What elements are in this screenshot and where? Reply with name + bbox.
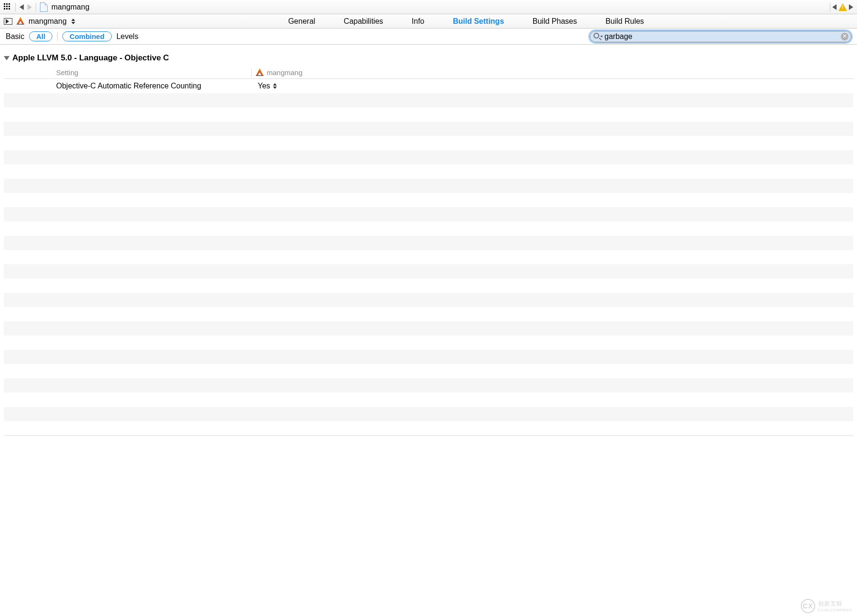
columns-header: Setting mangmang [4,67,853,79]
separator [36,3,36,11]
empty-row [4,421,853,435]
empty-row [4,193,853,207]
editor-tabs: General Capabilities Info Build Settings… [79,17,853,26]
filter-levels[interactable]: Levels [117,32,138,41]
clear-search-icon[interactable]: ✕ [841,33,848,40]
target-picker-icon[interactable] [71,19,75,24]
tab-info[interactable]: Info [412,17,425,26]
empty-row [4,150,853,164]
issues-prev-icon[interactable] [832,4,837,10]
breadcrumb-title[interactable]: mangmang [51,3,89,11]
empty-row [4,336,853,350]
empty-row [4,93,853,107]
empty-row [4,250,853,264]
setting-value[interactable]: Yes [251,82,277,90]
run-target-icon[interactable] [4,18,12,25]
separator [830,3,830,11]
filter-all[interactable]: All [29,31,52,41]
empty-row [4,378,853,393]
search-container: ✕ [590,31,851,42]
empty-row [4,221,853,236]
tabs-bar: mangmang General Capabilities Info Build… [0,14,857,29]
setting-row[interactable]: Objective-C Automatic Reference Counting… [4,79,853,93]
setting-name: Objective-C Automatic Reference Counting [4,82,251,90]
column-setting-label: Setting [4,68,251,77]
settings-rows: Objective-C Automatic Reference Counting… [4,79,853,436]
watermark-logo-icon: CX [801,599,815,613]
filter-combined[interactable]: Combined [62,31,111,41]
project-file-icon [40,2,48,12]
breadcrumb-bar: mangmang [0,0,857,14]
empty-row [4,179,853,193]
watermark-sub: CXHLCOMPANY [818,608,852,612]
empty-row [4,407,853,421]
target-name[interactable]: mangmang [29,17,67,26]
search-input[interactable] [590,31,851,42]
build-settings-content: Apple LLVM 5.0 - Language - Objective C … [0,45,857,436]
nav-back-icon[interactable] [19,4,24,10]
section-header[interactable]: Apple LLVM 5.0 - Language - Objective C [4,53,853,63]
section-title: Apple LLVM 5.0 - Language - Objective C [12,53,169,63]
empty-row [4,122,853,136]
empty-row [4,350,853,364]
column-target-label: mangmang [267,68,302,77]
separator [57,32,58,41]
search-menu-chevron-icon[interactable] [600,36,603,38]
nav-forward-icon[interactable] [28,4,32,10]
empty-row [4,107,853,122]
watermark-brand: 创新互联 [818,600,852,608]
tab-build-phases[interactable]: Build Phases [533,17,577,26]
issues-next-icon[interactable] [849,4,853,10]
related-items-icon[interactable] [4,3,11,11]
filter-basic[interactable]: Basic [6,32,24,41]
empty-row [4,279,853,293]
tab-build-rules[interactable]: Build Rules [605,17,644,26]
tab-capabilities[interactable]: Capabilities [344,17,383,26]
empty-row [4,164,853,179]
tab-general[interactable]: General [288,17,315,26]
separator [15,3,16,11]
empty-row [4,207,853,221]
empty-row [4,393,853,407]
app-target-icon [16,17,25,26]
watermark: CX 创新互联 CXHLCOMPANY [801,599,852,613]
app-target-icon [255,68,264,77]
empty-row [4,307,853,321]
filter-bar: Basic All Combined Levels ✕ [0,29,857,45]
value-stepper-icon[interactable] [273,83,277,89]
empty-row [4,264,853,279]
warning-icon[interactable] [838,3,847,11]
column-target[interactable]: mangmang [251,68,853,77]
empty-row [4,364,853,378]
empty-row [4,236,853,250]
empty-row [4,293,853,307]
empty-row [4,136,853,150]
empty-row [4,321,853,336]
tab-build-settings[interactable]: Build Settings [453,17,504,26]
search-icon [594,33,599,38]
disclosure-triangle-icon[interactable] [4,56,10,60]
